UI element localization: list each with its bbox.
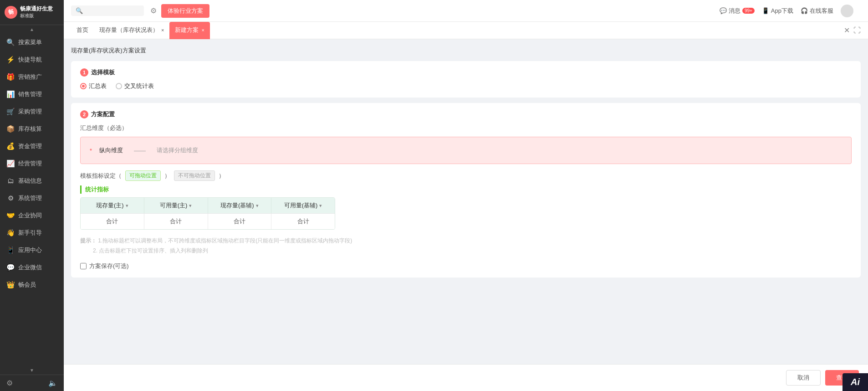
sidebar-item-finance[interactable]: 💰 资金管理 [0,138,64,155]
sidebar-item-member[interactable]: 👑 畅会员 [0,276,64,293]
service-label: 在线客服 [810,7,833,15]
gear-icon[interactable]: ⚙ [150,6,157,15]
radio-cross[interactable]: 交叉统计表 [116,82,154,90]
draggable-badge: 可拖动位置 [125,170,161,181]
chevron-down-icon: ▾ [126,203,128,209]
message-label: 消息 [729,7,740,15]
sidebar-search-icon: 🔍 [6,38,15,46]
tab-inventory-status-label: 现存量（库存状况表） [99,26,158,34]
sidebar-item-system[interactable]: ⚙ 系统管理 [0,190,64,207]
dimension-dash: —— [134,147,146,154]
sidebar-shortcut-icon: ⚡ [6,56,15,64]
radio-summary-label: 汇总表 [89,82,107,90]
settings-icon[interactable]: ⚙ [6,379,13,387]
sidebar-item-purchase[interactable]: 🛒 采购管理 [0,103,64,120]
sidebar-member-icon: 👑 [6,281,15,289]
indicator-settings: 模板指标设定（ 可拖动位置 ） 不可拖动位置 ） 统计指标 现存量(主)▾可用量… [80,170,852,230]
page-title: 现存量(库存状况表)方案设置 [71,46,861,55]
logo-icon: 畅 [5,6,17,19]
stats-cell-2: 合计 [208,213,272,229]
sidebar-marketing-label: 营销推广 [18,73,42,81]
trial-button[interactable]: 体验行业方案 [161,4,209,18]
save-row: 方案保存(可选) [80,262,852,270]
stats-header-0[interactable]: 现存量(主)▾ [81,198,144,213]
sidebar-item-sales[interactable]: 📊 销售管理 [0,86,64,103]
service-icon: 🎧 [801,7,808,14]
dimension-label: 纵向维度 [99,146,123,154]
stats-section-label: 统计指标 [80,185,852,194]
sidebar-inventory-label: 库存核算 [18,125,42,133]
sidebar-system-icon: ⚙ [6,194,15,202]
sidebar-item-marketing[interactable]: 🎁 营销推广 [0,68,64,86]
step1-badge: 1 [80,68,88,77]
tab-inventory-status-close[interactable]: × [161,27,164,33]
tab-new-plan-label: 新建方案 [175,26,199,34]
tab-new-plan[interactable]: 新建方案 × [169,22,209,39]
sidebar-item-business[interactable]: 📈 经营管理 [0,155,64,172]
radio-summary[interactable]: 汇总表 [80,82,107,90]
dimension-area[interactable]: * 纵向维度 —— 请选择分组维度 [80,137,852,164]
sidebar-enterprise-icon: 🤝 [6,211,15,220]
tab-inventory-status[interactable]: 现存量（库存状况表） × [94,22,169,39]
tab-home[interactable]: 首页 [71,22,94,39]
stats-cell-3: 合计 [271,213,335,229]
step2-badge: 2 [80,110,88,118]
sidebar-item-wechat[interactable]: 💬 企业微信 [0,259,64,276]
sidebar-business-icon: 📈 [6,159,15,168]
indicator-settings-label: 模板指标设定（ 可拖动位置 ） 不可拖动位置 ） [80,170,852,181]
summary-dimension-label: 汇总维度（必选） [80,124,852,132]
topbar-right: 💬 消息 99+ 📱 App下载 🎧 在线客服 [720,5,861,17]
sidebar-member-label: 畅会员 [18,281,36,289]
app-version: 标准版 [20,13,53,19]
topbar: 🔍 ⚙ 体验行业方案 💬 消息 99+ 📱 App下载 🎧 在线客服 [64,0,868,22]
cancel-button[interactable]: 取消 [786,370,821,386]
sidebar-nav: 🔍 搜索菜单 ⚡ 快捷导航 🎁 营销推广 📊 销售管理 🛒 采购管理 📦 库存核… [0,34,64,366]
app-icon: 📱 [762,7,769,14]
template-radio-group: 汇总表 交叉统计表 [80,82,852,90]
sidebar-item-search[interactable]: 🔍 搜索菜单 [0,34,64,51]
radio-summary-dot [80,83,87,89]
avatar[interactable] [841,5,853,17]
page-content: 现存量(库存状况表)方案设置 1 选择模板 汇总表 交叉统计表 2 [64,39,868,364]
tab-expand-icon[interactable]: ⛶ [853,26,861,35]
stats-table-row: 合计合计合计合计 [81,213,335,229]
save-checkbox[interactable] [80,263,87,269]
message-button[interactable]: 💬 消息 99+ [720,7,755,15]
sidebar-item-apps[interactable]: 📱 应用中心 [0,242,64,259]
stats-header-2[interactable]: 现存量(基辅)▾ [208,198,272,213]
sidebar-item-basic[interactable]: 🗂 基础信息 [0,172,64,190]
sidebar-basic-icon: 🗂 [6,177,15,185]
sidebar-apps-label: 应用中心 [18,246,42,254]
tab-home-label: 首页 [77,26,88,34]
step1-section: 1 选择模板 汇总表 交叉统计表 [71,61,861,98]
sidebar: 畅 畅康通好生意 标准版 ▲ 🔍 搜索菜单 ⚡ 快捷导航 🎁 营销推广 📊 销售… [0,0,64,391]
sidebar-scroll-down[interactable]: ▼ [0,366,64,375]
sidebar-item-newbie[interactable]: 👋 新手引导 [0,224,64,242]
sound-icon[interactable]: 🔈 [48,379,57,387]
tab-new-plan-close[interactable]: × [201,27,204,33]
stats-header-3[interactable]: 可用量(基辅)▾ [271,198,335,213]
tab-close-all-icon[interactable]: ✕ [844,26,850,35]
sidebar-newbie-label: 新手引导 [18,229,42,237]
search-input[interactable] [86,8,136,14]
step2-title: 2 方案配置 [80,110,852,118]
sidebar-item-shortcut[interactable]: ⚡ 快捷导航 [0,51,64,68]
radio-cross-label: 交叉统计表 [124,82,154,90]
ai-badge[interactable]: Ai [842,373,868,391]
stats-header-1[interactable]: 可用量(主)▾ [144,198,208,213]
sidebar-marketing-icon: 🎁 [6,73,15,81]
sidebar-scroll-up[interactable]: ▲ [0,25,64,34]
sidebar-business-label: 经营管理 [18,159,42,168]
sidebar-purchase-label: 采购管理 [18,108,42,116]
step2-section: 2 方案配置 汇总维度（必选） * 纵向维度 —— 请选择分组维度 模板指标设定… [71,103,861,278]
sidebar-system-label: 系统管理 [18,194,42,202]
chevron-down-icon: ▾ [319,203,322,209]
app-download-button[interactable]: 📱 App下载 [762,7,793,15]
stats-cell-1: 合计 [144,213,208,229]
online-service-button[interactable]: 🎧 在线客服 [801,7,833,15]
app-label: App下载 [771,7,793,15]
tip-2: 2. 点击标题栏下拉可设置排序、插入列和删除列 [80,246,852,256]
sidebar-item-inventory[interactable]: 📦 库存核算 [0,120,64,138]
sidebar-item-enterprise[interactable]: 🤝 企业协同 [0,207,64,224]
stats-table-header: 现存量(主)▾可用量(主)▾现存量(基辅)▾可用量(基辅)▾ [81,198,335,213]
